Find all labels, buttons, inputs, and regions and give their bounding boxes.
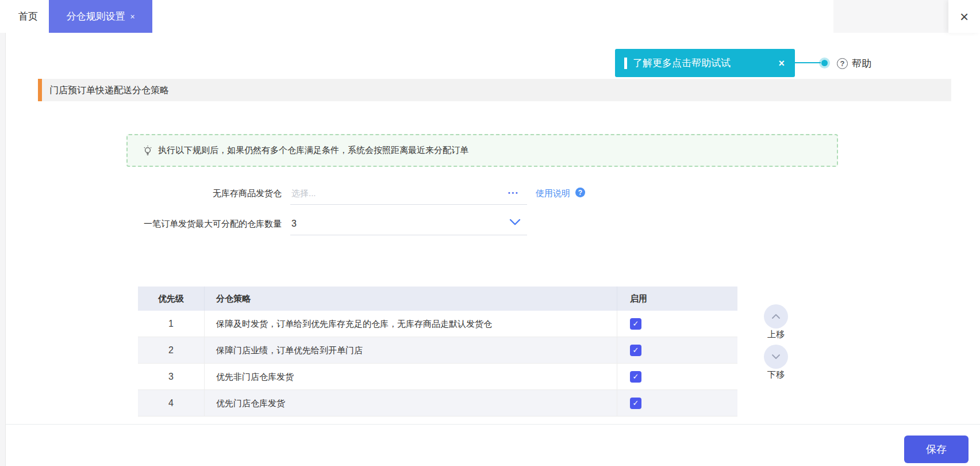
max-warehouses-select[interactable]: 3 bbox=[290, 213, 527, 235]
section-header: 门店预订单快递配送分仓策略 bbox=[38, 79, 951, 101]
strategy-table: 优先级 分仓策略 启用 1 保障及时发货，订单给到优先库存充足的仓库，无库存商品… bbox=[138, 287, 737, 417]
header-priority: 优先级 bbox=[138, 293, 204, 304]
window-close-button[interactable]: × bbox=[948, 0, 980, 33]
usage-help-icon[interactable]: ? bbox=[575, 188, 585, 197]
dot-icon bbox=[821, 60, 828, 66]
app-window: 首页 分仓规则设置 × × 了解更多点击帮助试试 × ? 帮助 门店预订单快递配… bbox=[0, 0, 980, 466]
tab-strip-fade bbox=[833, 0, 948, 33]
tab-close-icon[interactable]: × bbox=[130, 13, 134, 21]
strategy-cell: 优先门店仓库发货 bbox=[204, 390, 617, 417]
tab-home[interactable]: 首页 bbox=[6, 0, 51, 33]
tab-bar: 首页 分仓规则设置 × × bbox=[0, 0, 980, 33]
tooltip-connector-dot bbox=[819, 58, 830, 68]
table-row[interactable]: 3 优先非门店仓库发货 bbox=[138, 364, 737, 390]
priority-cell: 1 bbox=[138, 319, 204, 329]
move-up-button[interactable] bbox=[764, 304, 788, 329]
table-header-row: 优先级 分仓策略 启用 bbox=[138, 287, 737, 311]
strategy-cell: 优先非门店仓库发货 bbox=[204, 364, 617, 390]
header-strategy: 分仓策略 bbox=[204, 287, 617, 311]
tooltip-text: 了解更多点击帮助试试 bbox=[633, 56, 778, 70]
table-row[interactable]: 2 保障门店业绩，订单优先给到开单门店 bbox=[138, 337, 737, 364]
left-gutter bbox=[0, 33, 6, 466]
question-circle-icon: ? bbox=[837, 58, 848, 69]
enable-checkbox[interactable] bbox=[630, 398, 641, 409]
max-warehouses-value: 3 bbox=[290, 213, 527, 234]
header-enabled: 启用 bbox=[617, 287, 737, 311]
tooltip-connector-line bbox=[795, 62, 821, 63]
usage-instructions-link[interactable]: 使用说明 bbox=[536, 188, 570, 199]
more-options-button[interactable]: ••• bbox=[508, 190, 520, 196]
table-row[interactable]: 4 优先门店仓库发货 bbox=[138, 390, 737, 417]
strategy-cell: 保障及时发货，订单给到优先库存充足的仓库，无库存商品走默认发货仓 bbox=[204, 311, 617, 337]
move-down-button[interactable] bbox=[764, 345, 788, 369]
enable-checkbox[interactable] bbox=[630, 345, 641, 356]
priority-cell: 2 bbox=[138, 345, 204, 356]
chevron-down-icon bbox=[771, 354, 781, 360]
max-warehouses-label: 一笔订单发货最大可分配的仓库数量 bbox=[124, 219, 282, 230]
move-up-label: 上移 bbox=[764, 329, 788, 340]
tab-warehouse-rules[interactable]: 分仓规则设置 × bbox=[49, 0, 152, 33]
help-button[interactable]: ? 帮助 bbox=[837, 57, 871, 70]
close-icon: × bbox=[960, 9, 969, 24]
tooltip-bar-icon bbox=[624, 58, 627, 69]
info-banner-text: 执行以下规则后，如果仍然有多个仓库满足条件，系统会按照距离最近来分配订单 bbox=[158, 145, 468, 156]
footer-bar: 保存 bbox=[6, 424, 980, 466]
chevron-up-icon bbox=[771, 314, 781, 319]
section-accent-bar bbox=[38, 79, 42, 101]
tooltip-close-icon[interactable]: × bbox=[778, 58, 785, 68]
help-tooltip: 了解更多点击帮助试试 × bbox=[615, 49, 795, 77]
no-stock-warehouse-select[interactable]: 选择... bbox=[290, 182, 527, 205]
help-label: 帮助 bbox=[852, 57, 871, 70]
enable-checkbox[interactable] bbox=[630, 318, 641, 330]
info-banner: 执行以下规则后，如果仍然有多个仓库满足条件，系统会按照距离最近来分配订单 bbox=[126, 134, 838, 167]
chevron-down-icon[interactable] bbox=[509, 219, 521, 226]
priority-cell: 4 bbox=[138, 398, 204, 408]
table-row[interactable]: 1 保障及时发货，订单给到优先库存充足的仓库，无库存商品走默认发货仓 bbox=[138, 311, 737, 337]
no-stock-warehouse-label: 无库存商品发货仓 bbox=[144, 188, 282, 199]
section-title: 门店预订单快递配送分仓策略 bbox=[49, 79, 169, 101]
enable-checkbox[interactable] bbox=[630, 371, 641, 383]
strategy-cell: 保障门店业绩，订单优先给到开单门店 bbox=[204, 337, 617, 364]
priority-cell: 3 bbox=[138, 372, 204, 382]
lightbulb-icon bbox=[143, 145, 153, 156]
select-placeholder: 选择... bbox=[290, 182, 527, 204]
move-down-label: 下移 bbox=[764, 369, 788, 380]
tab-label: 分仓规则设置 bbox=[66, 10, 125, 23]
save-button[interactable]: 保存 bbox=[904, 436, 969, 463]
